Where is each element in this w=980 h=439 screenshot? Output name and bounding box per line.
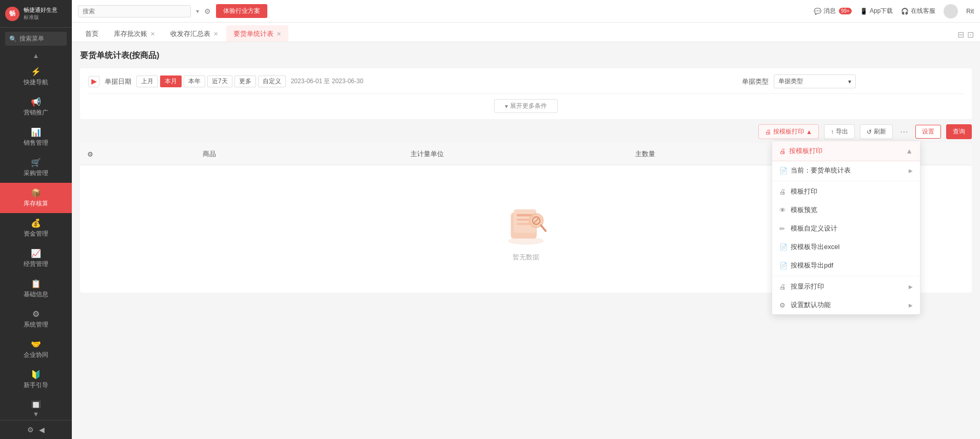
topbar-settings-icon[interactable]: ⚙ — [204, 7, 211, 15]
date-btn-current-month[interactable]: 本月 — [160, 75, 182, 87]
sidebar-item-label: 销售管理 — [24, 139, 48, 147]
topbar-search-area — [78, 5, 191, 17]
expand-row: ▾ 展开更多条件 — [88, 99, 964, 113]
doc-type-placeholder: 单据类型 — [778, 77, 803, 86]
tab-receipt-summary-label: 收发存汇总表 — [170, 29, 210, 39]
user-avatar[interactable] — [944, 4, 958, 18]
sidebar-item-label: 资金管理 — [24, 230, 48, 238]
sidebar-help-button[interactable]: ◀ — [39, 426, 45, 434]
filter-card: ▶ 单据日期 上月 本月 本年 近7天 更多 自定义 2023-06-01 至 … — [80, 68, 972, 119]
sidebar-item-label: 采购管理 — [24, 169, 48, 178]
sidebar-item-collab[interactable]: 🤝 企业协同 — [0, 334, 72, 365]
dropdown-item-template-design[interactable]: ✏ 模板自定义设计 — [772, 219, 920, 238]
date-btn-prev-month[interactable]: 上月 — [136, 75, 158, 87]
sidebar-settings-button[interactable]: ⚙ — [27, 426, 34, 434]
dropdown-divider-2 — [772, 276, 920, 276]
sidebar-item-finance[interactable]: 💰 资金管理 — [0, 213, 72, 243]
sidebar-item-basic[interactable]: 📋 基础信息 — [0, 274, 72, 304]
date-btn-more[interactable]: 更多 — [234, 75, 256, 87]
dropdown-item-display-print[interactable]: 🖨 按显示打印 ▶ — [772, 277, 920, 296]
filter-divider — [88, 93, 964, 94]
dropdown-item-export-pdf[interactable]: 📄 按模板导出pdf — [772, 256, 920, 275]
export-excel-icon: 📄 — [779, 243, 788, 251]
sidebar-item-system[interactable]: ⚙ 系统管理 — [0, 304, 72, 334]
action-bar: 🖨 按模板打印 ▲ ↑ 导出 ↺ 刷新 ⋯ 设置 查询 🖨 按模板打印 — [80, 124, 972, 139]
trial-button[interactable]: 体验行业方案 — [216, 4, 267, 18]
tab-order-stats-close[interactable]: ✕ — [277, 31, 281, 37]
purchase-icon: 🛒 — [31, 158, 41, 167]
sidebar-item-label: 库存核算 — [24, 199, 48, 208]
template-print-icon: 🖨 — [779, 188, 786, 196]
settings-button[interactable]: 设置 — [915, 125, 941, 139]
sidebar-item-label: 经营管理 — [24, 260, 48, 269]
sidebar-scroll-down[interactable]: ▼ — [0, 408, 72, 420]
refresh-button[interactable]: ↺ 刷新 — [860, 124, 893, 139]
page-area: 要货单统计表(按商品) ▶ 单据日期 上月 本月 本年 近7天 更多 自定义 2… — [72, 42, 980, 439]
refresh-icon: ↺ — [867, 128, 872, 136]
tab-maximize-icon[interactable]: ⊡ — [967, 30, 974, 40]
doc-type-dropdown-arrow: ▾ — [848, 78, 851, 85]
sidebar-search-area: 🔍 搜索菜单 — [0, 28, 72, 50]
doc-type-filter-label: 单据类型 — [742, 77, 769, 86]
printer-icon: 🖨 — [765, 128, 771, 136]
collab-icon: 🤝 — [31, 339, 41, 349]
dropdown-item-template-print[interactable]: 🖨 模板打印 — [772, 182, 920, 201]
topbar-search-input[interactable] — [78, 5, 191, 17]
page-title: 要货单统计表(按商品) — [80, 50, 972, 61]
date-btn-current-year[interactable]: 本年 — [184, 75, 205, 87]
tab-minimize-icon[interactable]: ⊟ — [957, 30, 964, 40]
tab-receipt-summary[interactable]: 收发存汇总表 ✕ — [163, 25, 225, 42]
sidebar-item-label: 系统管理 — [24, 320, 48, 329]
empty-state-text: 暂无数据 — [513, 253, 539, 262]
messages-button[interactable]: 💬 消息 99+ — [814, 7, 852, 15]
customer-service-button[interactable]: 🎧 在线客服 — [901, 7, 935, 15]
tab-batch-account-close[interactable]: ✕ — [150, 31, 155, 37]
table-col-checkbox: ⚙ — [80, 148, 101, 160]
dropdown-item-default-func[interactable]: ⚙ 设置默认功能 ▶ — [772, 296, 920, 314]
sidebar-search-button[interactable]: 🔍 搜索菜单 — [5, 32, 67, 46]
print-dropdown-close-icon[interactable]: ▲ — [906, 147, 913, 155]
table-col-quantity: 主数量 — [536, 147, 754, 161]
date-range-display: 2023-06-01 至 2023-06-30 — [291, 77, 363, 86]
tab-home[interactable]: 首页 — [78, 25, 106, 42]
marketing-icon: 📢 — [31, 97, 41, 107]
system-icon: ⚙ — [32, 309, 40, 319]
print-template-button[interactable]: 🖨 按模板打印 ▲ — [758, 124, 819, 139]
date-btn-custom[interactable]: 自定义 — [258, 75, 286, 87]
tab-home-label: 首页 — [85, 29, 99, 39]
tab-receipt-summary-close[interactable]: ✕ — [213, 31, 218, 37]
topbar-dropdown-arrow[interactable]: ▾ — [196, 8, 199, 15]
tabs-bar: 首页 库存批次账 ✕ 收发存汇总表 ✕ 要货单统计表 ✕ ⊟ ⊡ — [72, 23, 980, 42]
table-settings-icon[interactable]: ⚙ — [87, 150, 93, 158]
dropdown-item-export-excel[interactable]: 📄 按模板导出excel — [772, 238, 920, 256]
doc-type-select[interactable]: 单据类型 ▾ — [774, 74, 856, 88]
tab-batch-account[interactable]: 库存批次账 ✕ — [107, 25, 162, 42]
query-button[interactable]: 查询 — [946, 124, 972, 139]
expand-label: 展开更多条件 — [510, 102, 547, 110]
sidebar-item-sales[interactable]: 📊 销售管理 — [0, 122, 72, 152]
sidebar-item-operation[interactable]: 📈 经营管理 — [0, 243, 72, 274]
export-button[interactable]: ↑ 导出 — [824, 124, 855, 139]
search-icon: 🔍 — [9, 35, 17, 43]
tab-order-stats[interactable]: 要货单统计表 ✕ — [226, 25, 288, 42]
more-options-icon[interactable]: ⋯ — [898, 125, 910, 139]
sidebar-item-appstore[interactable]: 🔲 应用中心 — [0, 395, 72, 408]
app-download-button[interactable]: 📱 App下载 — [860, 7, 893, 15]
sidebar-item-purchase[interactable]: 🛒 采购管理 — [0, 152, 72, 183]
sidebar: 畅 畅捷通好生意 标准版 🔍 搜索菜单 ▲ ⚡ 快捷导航 📢 营销推广 📊 销售… — [0, 0, 72, 439]
template-preview-icon: 👁 — [779, 206, 786, 214]
finance-icon: 💰 — [31, 218, 41, 228]
filter-expand-arrow[interactable]: ▶ — [88, 76, 100, 87]
expand-conditions-button[interactable]: ▾ 展开更多条件 — [494, 99, 558, 113]
sidebar-item-guide[interactable]: 🔰 新手引导 — [0, 365, 72, 395]
sidebar-item-label: 基础信息 — [24, 290, 48, 299]
dropdown-item-template-preview[interactable]: 👁 模板预览 — [772, 201, 920, 219]
sidebar-scroll-up[interactable]: ▲ — [0, 50, 72, 62]
sidebar-item-label: 快捷导航 — [24, 78, 48, 87]
print-dropdown-current[interactable]: 📄 当前：要货单统计表 ▶ — [772, 161, 920, 180]
sidebar-item-inventory[interactable]: 📦 库存核算 — [0, 183, 72, 213]
sidebar-item-marketing[interactable]: 📢 营销推广 — [0, 92, 72, 122]
date-btn-recent-7[interactable]: 近7天 — [207, 75, 232, 87]
sidebar-item-quick-nav[interactable]: ⚡ 快捷导航 — [0, 62, 72, 92]
display-print-icon: 🖨 — [779, 283, 786, 291]
